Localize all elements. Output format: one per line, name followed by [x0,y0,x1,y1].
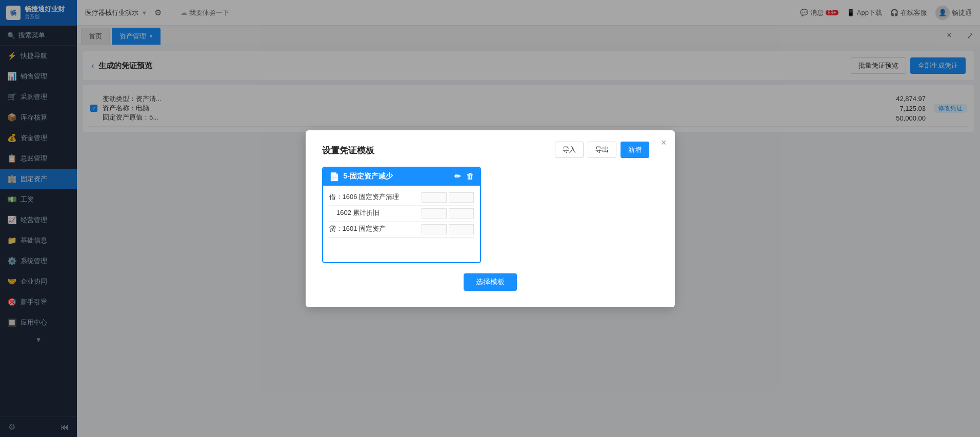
template-debit-row-2: 1602 累计折旧 [329,206,474,222]
template-edit-icon[interactable]: ✏ [454,172,461,181]
credit-cols-1 [422,224,474,234]
debit-cols-1 [422,192,474,203]
debit-col-2b [449,208,474,218]
template-card-body: 借：1606 固定资产清理 1602 累计折旧 贷：1601 固定资产 [323,186,480,262]
select-template-button[interactable]: 选择模板 [464,273,517,291]
template-empty-area [329,237,474,258]
template-credit-row-1: 贷：1601 固定资产 [329,222,474,237]
modal: × 设置凭证模板 导入 导出 新增 📄 5-固定资产减少 ✏ 🗑 借：1606 … [306,130,675,307]
credit-col-1a [422,224,447,234]
credit-label-1: 贷：1601 固定资产 [329,224,422,234]
template-card-header: 📄 5-固定资产减少 ✏ 🗑 [323,168,480,186]
template-delete-icon[interactable]: 🗑 [466,172,474,181]
debit-col-2a [422,208,447,218]
debit-label-2: 1602 累计折旧 [329,208,422,218]
template-card: 📄 5-固定资产减少 ✏ 🗑 借：1606 固定资产清理 1602 累计折旧 [322,167,481,263]
template-icon: 📄 [329,172,339,182]
template-name: 5-固定资产减少 [344,172,393,181]
import-button[interactable]: 导入 [555,142,584,158]
credit-col-1b [449,224,474,234]
new-button[interactable]: 新增 [621,142,649,158]
debit-cols-2 [422,208,474,218]
export-button[interactable]: 导出 [588,142,616,158]
debit-label-1: 借：1606 固定资产清理 [329,192,422,203]
template-debit-row-1: 借：1606 固定资产清理 [329,190,474,206]
template-header-actions: ✏ 🗑 [454,172,474,181]
debit-col-1b [449,192,474,203]
modal-close-button[interactable]: × [661,137,667,148]
modal-toolbar: 导入 导出 新增 [555,142,649,158]
modal-overlay: × 设置凭证模板 导入 导出 新增 📄 5-固定资产减少 ✏ 🗑 借：1606 … [0,0,980,437]
debit-col-1a [422,192,447,203]
